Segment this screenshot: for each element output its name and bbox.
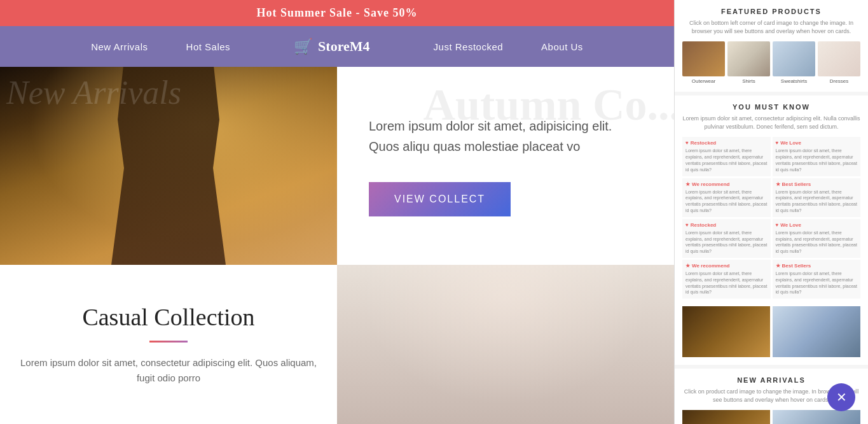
hero-background-image (0, 67, 337, 265)
ymk-item-text-bestsellers2: Lorem ipsum dolor sit amet, there explai… (776, 271, 858, 295)
featured-products-subtitle: Click on bottom left corner of card imag… (682, 19, 860, 35)
ymk-item-title-recommend2: ★ We recommend (685, 263, 768, 269)
hero-left-photo: New Arrivals (0, 67, 337, 265)
ymk-item-text-recommend: Lorem ipsum dolor sit amet, there explai… (685, 189, 768, 214)
close-button[interactable]: ✕ (827, 383, 855, 411)
ymk-item-recommend: ★ We recommend Lorem ipsum dolor sit ame… (682, 178, 771, 217)
content-lower: Casual Collection Lorem ipsum dolor sit … (0, 265, 674, 424)
nav-links: New Arrivals Hot Sales 🛒 StoreM4 Just Re… (91, 38, 583, 55)
new-arrivals-panel-title: NEW ARRIVALS (682, 376, 860, 384)
na-img-winter (773, 410, 860, 424)
featured-products-title: FEATURED PRODUCTS (682, 8, 860, 15)
sale-text: Hot Summer Sale - Save 50% (256, 6, 417, 19)
main-content: Hot Summer Sale - Save 50% New Arrivals … (0, 0, 674, 424)
page-wrapper: Hot Summer Sale - Save 50% New Arrivals … (0, 0, 868, 424)
ymk-item-text-welove2: Lorem ipsum dolor sit amet, there explai… (776, 230, 858, 255)
ymk-item-bestsellers2: ★ Best Sellers Lorem ipsum dolor sit ame… (773, 260, 861, 299)
casual-divider (149, 341, 188, 343)
featured-img-dresses (818, 41, 860, 76)
ymk-subtitle: Lorem ipsum dolor sit amet, consectetur … (682, 115, 860, 131)
restocked-icon: ♥ (685, 140, 689, 146)
ymk-title: YOU MUST KNOW (682, 103, 860, 111)
ymk-winter-img (773, 306, 860, 357)
bestsellers2-icon: ★ (776, 263, 780, 269)
ymk-item-recommend2: ★ We recommend Lorem ipsum dolor sit ame… (682, 260, 771, 299)
hero-right-content: Autumn Co... Lorem ipsum dolor sit amet,… (337, 67, 674, 265)
ymk-item-title-bestsellers2: ★ Best Sellers (776, 263, 858, 269)
view-collection-button[interactable]: VIEW COLLECT (369, 182, 511, 216)
logo-text: StoreM4 (318, 38, 369, 55)
ymk-item-title-bestsellers: ★ Best Sellers (776, 181, 858, 187)
welove2-icon: ♥ (776, 222, 779, 228)
nav-new-arrivals[interactable]: New Arrivals (91, 41, 148, 52)
bestsellers-icon: ★ (776, 181, 780, 187)
nav-just-restocked[interactable]: Just Restocked (434, 41, 504, 52)
ymk-item-bestsellers: ★ Best Sellers Lorem ipsum dolor sit ame… (773, 178, 861, 217)
featured-img-outwear (682, 41, 725, 76)
ymk-item-text-welove: Lorem ipsum dolor sit amet, there explai… (776, 148, 858, 173)
na-img-autumn (682, 410, 770, 424)
ymk-item-restocked2: ♥ Restocked Lorem ipsum dolor sit amet, … (682, 219, 771, 258)
na-item-autumn[interactable]: Autumn Collection (682, 410, 770, 424)
featured-item-sweatshirts[interactable]: Sweatshirts (773, 41, 815, 84)
ymk-item-title-recommend: ★ We recommend (685, 181, 768, 187)
featured-label-outwear: Outerwear (692, 78, 715, 84)
hero-row: New Arrivals Autumn Co... Lorem ipsum do… (0, 67, 674, 265)
ymk-item-text-recommend2: Lorem ipsum dolor sit amet, there explai… (685, 271, 768, 295)
ymk-grid: ♥ Restocked Lorem ipsum dolor sit amet, … (682, 137, 860, 299)
ymk-item-welove2: ♥ We Love Lorem ipsum dolor sit amet, th… (773, 219, 861, 258)
right-panel[interactable]: FEATURED PRODUCTS Click on bottom left c… (674, 0, 868, 424)
casual-title: Casual Collection (82, 303, 254, 331)
restocked2-icon: ♥ (685, 222, 689, 228)
autumn-bg-text: Autumn Co... (423, 80, 674, 131)
ymk-item-text-restocked2: Lorem ipsum dolor sit amet, there explai… (685, 230, 768, 255)
recommend2-icon: ★ (685, 263, 690, 269)
ymk-item-title-welove2: ♥ We Love (776, 222, 858, 228)
you-must-know-section: YOU MUST KNOW Lorem ipsum dolor sit amet… (675, 95, 868, 365)
sale-banner: Hot Summer Sale - Save 50% (0, 0, 674, 26)
navbar: New Arrivals Hot Sales 🛒 StoreM4 Just Re… (0, 26, 674, 67)
recommend-icon: ★ (685, 181, 690, 187)
new-arrivals-grid: Autumn Collection Winter Collection SHOP… (682, 410, 860, 424)
featured-label-dresses: Dresses (830, 78, 848, 84)
ymk-autumn-img (682, 306, 770, 357)
ymk-item-restocked: ♥ Restocked Lorem ipsum dolor sit amet, … (682, 137, 771, 176)
featured-item-outwear[interactable]: Outerwear (682, 41, 725, 84)
ymk-item-title-welove: ♥ We Love (776, 140, 858, 146)
woman-photo (337, 265, 674, 424)
featured-products-section: FEATURED PRODUCTS Click on bottom left c… (675, 0, 868, 92)
featured-label-shirts: Shirts (742, 78, 755, 84)
na-item-winter[interactable]: Winter Collection SHOP NOW (773, 410, 860, 424)
featured-img-sweatshirts (773, 41, 815, 76)
featured-item-shirts[interactable]: Shirts (727, 41, 770, 84)
nav-about-us[interactable]: About Us (541, 41, 583, 52)
featured-item-dresses[interactable]: Dresses (818, 41, 860, 84)
featured-img-shirts (727, 41, 770, 76)
ymk-item-title-restocked2: ♥ Restocked (685, 222, 768, 228)
ymk-item-text-restocked: Lorem ipsum dolor sit amet, there explai… (685, 148, 768, 173)
nav-logo: 🛒 StoreM4 (294, 38, 369, 55)
featured-grid: Outerwear Shirts Sweatshirts Dresses (682, 41, 860, 84)
woman-photo-bg (337, 265, 674, 424)
nav-hot-sales[interactable]: Hot Sales (186, 41, 231, 52)
close-icon: ✕ (836, 390, 847, 405)
ymk-item-title-restocked: ♥ Restocked (685, 140, 768, 146)
person-silhouette (105, 67, 232, 265)
ymk-item-welove: ♥ We Love Lorem ipsum dolor sit amet, th… (773, 137, 861, 176)
featured-label-sweatshirts: Sweatshirts (781, 78, 807, 84)
casual-section: Casual Collection Lorem ipsum dolor sit … (0, 265, 337, 424)
ymk-item-text-bestsellers: Lorem ipsum dolor sit amet, there explai… (776, 189, 858, 214)
cart-icon: 🛒 (294, 38, 313, 55)
casual-text: Lorem ipsum dolor sit amet, consectetur … (19, 355, 318, 386)
welove-icon: ♥ (776, 140, 779, 146)
